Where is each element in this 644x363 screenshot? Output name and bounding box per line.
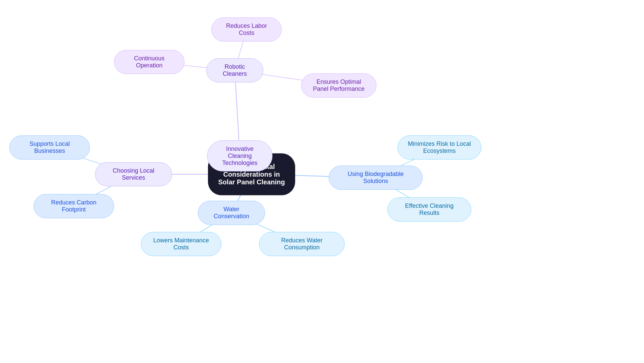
node-reduces-labor: Reduces Labor Costs bbox=[211, 17, 282, 42]
node-robotic-cleaners: Robotic Cleaners bbox=[206, 58, 263, 82]
node-water-conservation: Water Conservation bbox=[198, 201, 265, 225]
node-choosing-local: Choosing Local Services bbox=[95, 162, 172, 186]
node-reduces-water: Reduces Water Consumption bbox=[259, 232, 345, 256]
node-continuous-operation: Continuous Operation bbox=[114, 50, 184, 74]
node-optimal-panel: Ensures Optimal Panel Performance bbox=[301, 73, 377, 98]
node-minimizes-risk: Minimizes Risk to Local Ecosystems bbox=[397, 135, 481, 160]
node-innovative: Innovative Cleaning Technologies bbox=[207, 140, 273, 172]
node-supports-local: Supports Local Businesses bbox=[9, 135, 90, 160]
node-reduces-carbon: Reduces Carbon Footprint bbox=[34, 194, 114, 218]
node-biodegradable: Using Biodegradable Solutions bbox=[329, 166, 423, 190]
node-effective-cleaning: Effective Cleaning Results bbox=[387, 197, 471, 222]
node-lowers-maintenance: Lowers Maintenance Costs bbox=[141, 232, 221, 256]
